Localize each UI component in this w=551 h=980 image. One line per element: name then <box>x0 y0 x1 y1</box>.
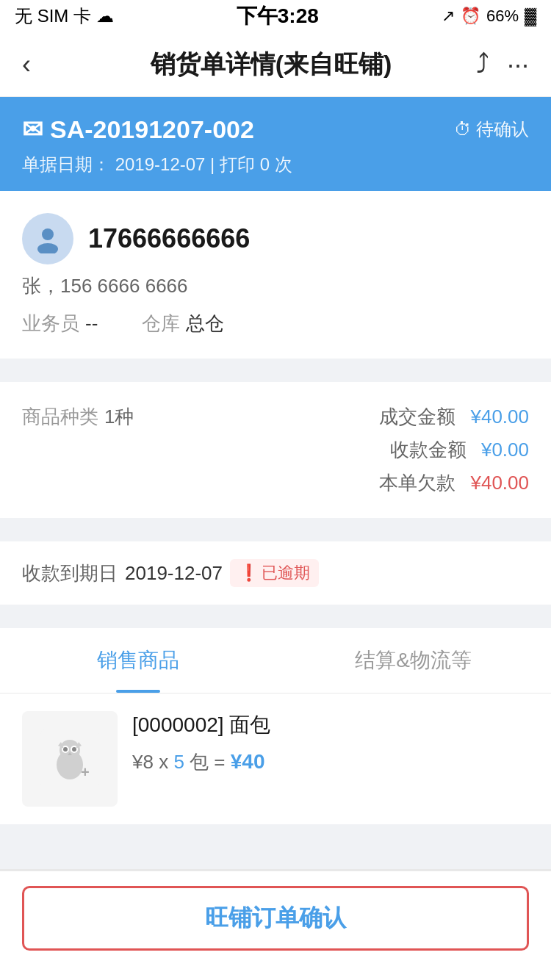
unit-price: ¥8 <box>132 751 154 773</box>
date-label: 单据日期： <box>22 154 110 174</box>
customer-name: 张，156 6666 6666 <box>22 273 529 299</box>
status-clock-icon: ⏱ <box>454 119 472 140</box>
divider-1 <box>0 370 551 382</box>
product-type-value: 1种 <box>104 404 134 430</box>
svg-point-1 <box>37 243 58 253</box>
order-id: ✉ SA-20191207-002 <box>22 115 254 144</box>
product-info: [0000002] 面包 ¥8 x 5 包 = ¥40 <box>132 711 529 775</box>
confirm-order-button[interactable]: 旺铺订单确认 <box>22 886 529 951</box>
deal-amount-value: ¥40.00 <box>470 406 529 428</box>
customer-phone: 17666666666 <box>88 223 250 254</box>
location-icon: ↗ <box>442 7 455 26</box>
multiply-sign: x <box>159 751 173 773</box>
nav-actions: ⤴ ··· <box>476 49 529 80</box>
status-right: ↗ ⏰ 66% ▓ <box>442 7 536 26</box>
alarm-icon: ⏰ <box>461 7 480 26</box>
collected-value: ¥0.00 <box>481 439 529 461</box>
equals-sign: = <box>214 751 230 773</box>
tab-settlement[interactable]: 结算&物流等 <box>276 628 551 693</box>
product-image: + <box>22 711 118 807</box>
salesperson-label: 业务员 <box>22 311 79 336</box>
svg-text:+: + <box>81 764 90 780</box>
product-section: + [0000002] 面包 ¥8 x 5 包 = ¥40 <box>0 693 551 824</box>
divider-3 <box>0 616 551 628</box>
product-price-row: ¥8 x 5 包 = ¥40 <box>132 749 529 775</box>
warehouse-info: 仓库 总仓 <box>142 311 224 336</box>
status-time: 下午3:28 <box>237 2 319 30</box>
salesperson-value: -- <box>85 312 98 335</box>
overdue-text: 已逾期 <box>262 562 310 584</box>
status-left: 无 SIM 卡 ☁ <box>15 4 114 28</box>
date-value: 2019-12-07 <box>115 154 206 174</box>
tabs-section: 销售商品 结算&物流等 <box>0 628 551 693</box>
product-unit: 包 <box>190 751 209 773</box>
order-id-text: SA-20191207-002 <box>50 115 254 144</box>
order-icon: ✉ <box>22 115 43 144</box>
owed-label: 本单欠款 <box>379 470 455 496</box>
owed-value: ¥40.00 <box>470 472 529 494</box>
collected-row: 收款金额 ¥0.00 <box>379 437 529 463</box>
svg-point-7 <box>63 747 68 752</box>
more-icon[interactable]: ··· <box>507 49 529 80</box>
salesperson-info: 业务员 -- <box>22 311 98 336</box>
tabs-row: 销售商品 结算&物流等 <box>0 628 551 693</box>
order-date: 单据日期： 2019-12-07 | 打印 0 次 <box>22 153 529 176</box>
product-type-label: 商品种类 <box>22 404 98 430</box>
back-button[interactable]: ‹ <box>22 49 66 80</box>
nav-bar: ‹ 销货单详情(来自旺铺) ⤴ ··· <box>0 32 551 97</box>
overdue-section: 收款到期日 2019-12-07 ❗ 已逾期 <box>0 541 551 605</box>
order-header-card: ✉ SA-20191207-002 ⏱ 待确认 单据日期： 2019-12-07… <box>0 97 551 191</box>
product-total: ¥40 <box>231 750 265 773</box>
tab-underline <box>116 690 160 693</box>
overdue-icon: ❗ <box>239 563 259 583</box>
tab-sales-products[interactable]: 销售商品 <box>0 628 276 693</box>
customer-meta: 业务员 -- 仓库 总仓 <box>22 311 529 336</box>
status-bar: 无 SIM 卡 ☁ 下午3:28 ↗ ⏰ 66% ▓ <box>0 0 551 32</box>
owed-row: 本单欠款 ¥40.00 <box>379 470 529 496</box>
product-name: [0000002] 面包 <box>132 711 529 739</box>
warehouse-value: 总仓 <box>186 311 224 336</box>
collected-label: 收款金额 <box>390 437 467 463</box>
deal-amount-row: 成交金额 ¥40.00 <box>379 404 529 430</box>
order-status: ⏱ 待确认 <box>454 118 529 141</box>
product-code: [0000002] <box>132 713 224 736</box>
deal-amount-label: 成交金额 <box>379 404 455 430</box>
page-title: 销货单详情(来自旺铺) <box>66 48 476 82</box>
svg-point-0 <box>42 228 54 240</box>
customer-avatar <box>22 213 73 264</box>
product-type-info: 商品种类 1种 <box>22 404 134 430</box>
product-qty: 5 <box>173 751 184 773</box>
product-name-text: 面包 <box>229 713 270 736</box>
due-date-value: 2019-12-07 <box>125 562 223 585</box>
summary-section: 商品种类 1种 成交金额 ¥40.00 收款金额 ¥0.00 本单欠款 ¥40.… <box>0 382 551 518</box>
customer-section: 17666666666 张，156 6666 6666 业务员 -- 仓库 总仓 <box>0 191 551 359</box>
status-text: 待确认 <box>476 118 529 141</box>
sim-status: 无 SIM 卡 ☁ <box>15 4 114 28</box>
bottom-action-bar: 旺铺订单确认 <box>0 869 551 980</box>
overdue-badge: ❗ 已逾期 <box>230 559 319 587</box>
product-thumbnail: + <box>40 729 99 788</box>
svg-point-8 <box>72 747 76 752</box>
due-date-label: 收款到期日 <box>22 561 118 586</box>
tab-settlement-label: 结算&物流等 <box>355 646 472 674</box>
share-icon[interactable]: ⤴ <box>476 49 489 80</box>
battery-icon: ▓ <box>525 7 536 26</box>
tab-sales-label: 销售商品 <box>97 646 179 674</box>
divider-2 <box>0 530 551 541</box>
amount-summary: 成交金额 ¥40.00 收款金额 ¥0.00 本单欠款 ¥40.00 <box>379 404 529 496</box>
warehouse-label: 仓库 <box>142 311 180 336</box>
print-info: | 打印 0 次 <box>210 154 292 174</box>
battery-level: 66% <box>486 7 519 26</box>
